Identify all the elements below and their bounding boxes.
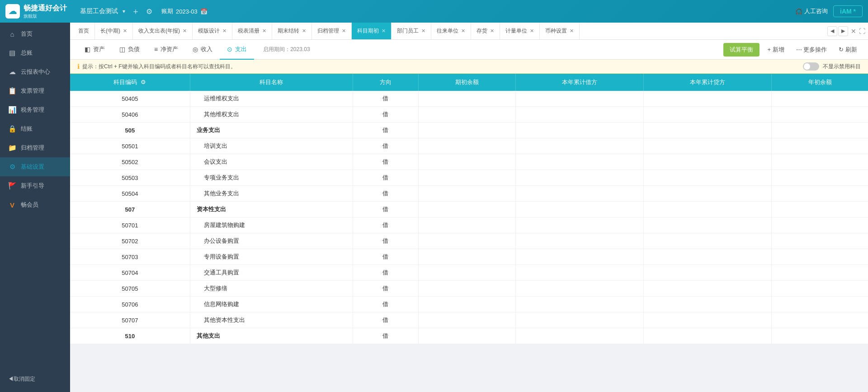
company-dropdown-icon[interactable]: ▾ <box>123 8 125 14</box>
tab-home[interactable]: 首页 <box>73 23 95 40</box>
sidebar-label-guide: 新手引导 <box>21 182 44 190</box>
table-row[interactable]: 50503 专项业务支出 借 <box>70 170 868 186</box>
sidebar-item-member[interactable]: V 畅会员 <box>0 195 70 214</box>
sidebar-item-cloud-report[interactable]: ☁ 云报表中心 <box>0 62 70 81</box>
iam-button[interactable]: iAM * <box>833 5 863 17</box>
tab-bar: 首页 长(中期) ✕ 收入支出表(年报) ✕ 模版设计 ✕ 税表清册 ✕ 期末结… <box>70 23 868 40</box>
sidebar-item-invoice[interactable]: 📋 发票管理 <box>0 81 70 100</box>
sidebar-item-archive[interactable]: 📁 归档管理 <box>0 138 70 157</box>
settings-icon[interactable]: ⚙ <box>146 7 152 16</box>
cell-direction: 借 <box>353 297 419 312</box>
cell-ytd-debit <box>515 297 643 312</box>
tab-inventory[interactable]: 存货 ✕ <box>471 23 500 40</box>
tab-contacts[interactable]: 往来单位 ✕ <box>431 23 471 40</box>
table-row[interactable]: 510 其他支出 借 <box>70 328 868 344</box>
cell-name: 交通工具购置 <box>190 265 353 281</box>
tab-currency[interactable]: 币种设置 ✕ <box>540 23 580 40</box>
tab-close-icon[interactable]: ✕ <box>183 28 187 34</box>
sidebar-item-guide[interactable]: 🚩 新手引导 <box>0 176 70 195</box>
service-button[interactable]: 🎧 人工咨询 <box>795 7 828 15</box>
cell-ytd-debit <box>515 281 643 297</box>
sub-tab-assets[interactable]: ◧ 资产 <box>77 40 112 60</box>
refresh-button[interactable]: ↻ 刷新 <box>835 44 861 56</box>
more-actions-button[interactable]: ⋯ 更多操作 <box>793 44 831 56</box>
tab-close-icon[interactable]: ✕ <box>490 28 494 34</box>
sidebar-label-ledger: 总账 <box>21 49 33 57</box>
table-row[interactable]: 50406 其他维权支出 借 <box>70 107 868 123</box>
tab-period-end[interactable]: 期末结转 ✕ <box>272 23 312 40</box>
cell-code: 507 <box>70 202 190 217</box>
sidebar-item-home[interactable]: ⌂ 首页 <box>0 24 70 43</box>
tab-close-icon[interactable]: ✕ <box>302 28 306 34</box>
tab-template[interactable]: 模版设计 ✕ <box>193 23 232 40</box>
sub-tab-equity[interactable]: ≡ 净资产 <box>147 40 185 60</box>
sub-tab-expenditure[interactable]: ⊙ 支出 <box>220 40 254 60</box>
tab-archive[interactable]: 归档管理 ✕ <box>312 23 352 40</box>
tab-expand[interactable]: ⛶ <box>859 28 865 35</box>
tab-close-icon[interactable]: ✕ <box>461 28 465 34</box>
tab-close-icon[interactable]: ✕ <box>123 28 127 34</box>
sidebar-label-archive: 归档管理 <box>21 144 44 152</box>
cell-name: 大型修缮 <box>190 281 353 297</box>
tab-close-icon[interactable]: ✕ <box>342 28 346 34</box>
cancel-pin-button[interactable]: ◀取消固定 <box>0 371 70 387</box>
table-row[interactable]: 50501 培训支出 借 <box>70 138 868 154</box>
headphone-icon: 🎧 <box>795 8 802 15</box>
cell-ytd-credit <box>644 91 772 107</box>
cell-code: 50701 <box>70 217 190 233</box>
tab-close-all[interactable]: ✕ <box>851 28 856 35</box>
calendar-icon[interactable]: 📅 <box>200 8 208 15</box>
table-row[interactable]: 507 资本性支出 借 <box>70 202 868 217</box>
table-row[interactable]: 50705 大型修缮 借 <box>70 281 868 297</box>
sub-tab-liabilities[interactable]: ◫ 负债 <box>112 40 147 60</box>
refresh-label: ↻ 刷新 <box>839 46 857 54</box>
table-row[interactable]: 50701 房屋建筑物购建 借 <box>70 217 868 233</box>
tab-scroll-left[interactable]: ◀ <box>827 26 837 36</box>
table-row[interactable]: 50703 专用设备购置 借 <box>70 249 868 265</box>
cell-ytd-credit <box>644 138 772 154</box>
cell-name: 信息网络购建 <box>190 297 353 312</box>
cell-ytd-debit <box>515 312 643 328</box>
table-row[interactable]: 50405 运维维权支出 借 <box>70 91 868 107</box>
tab-tax-form[interactable]: 税表清册 ✕ <box>232 23 272 40</box>
col-name: 科目名称 <box>190 74 353 91</box>
tab-unit[interactable]: 计量单位 ✕ <box>500 23 540 40</box>
table-row[interactable]: 50702 办公设备购置 借 <box>70 233 868 249</box>
sidebar-item-settings[interactable]: ⚙ 基础设置 <box>0 157 70 176</box>
tab-report-mid[interactable]: 长(中期) ✕ <box>95 23 133 40</box>
cell-code: 50706 <box>70 297 190 312</box>
tab-close-icon[interactable]: ✕ <box>570 28 574 34</box>
sidebar-item-tax[interactable]: 📊 税务管理 <box>0 100 70 119</box>
tab-income-report[interactable]: 收入支出表(年报) ✕ <box>133 23 193 40</box>
tab-scroll-right[interactable]: ▶ <box>838 26 848 36</box>
table-row[interactable]: 50502 会议支出 借 <box>70 154 868 170</box>
tab-close-icon[interactable]: ✕ <box>222 28 226 34</box>
table-row[interactable]: 50706 信息网络购建 借 <box>70 297 868 312</box>
sub-tab-income[interactable]: ◎ 收入 <box>185 40 220 60</box>
tab-close-icon[interactable]: ✕ <box>382 28 386 34</box>
add-company-button[interactable]: ＋ <box>130 6 142 17</box>
table-row[interactable]: 50504 其他业务支出 借 <box>70 186 868 202</box>
tab-dept-staff[interactable]: 部门员工 ✕ <box>392 23 431 40</box>
col-settings-icon[interactable]: ⚙ <box>141 79 146 85</box>
calc-balance-button[interactable]: 试算平衡 <box>723 43 760 57</box>
tab-subject-init[interactable]: 科目期初 ✕ <box>352 23 392 40</box>
sidebar-item-ledger[interactable]: ▤ 总账 <box>0 43 70 62</box>
liabilities-icon: ◫ <box>119 46 125 53</box>
cell-opening <box>419 265 515 281</box>
hint-text: ℹ 提示：按Ctrl + F键并输入科目编码或者科目名称可以查找科目。 <box>77 63 236 71</box>
table-row[interactable]: 505 业务支出 借 <box>70 123 868 138</box>
disabled-toggle[interactable] <box>803 62 819 71</box>
sidebar-label-close: 结账 <box>21 125 33 133</box>
sidebar-label-tax: 税务管理 <box>21 106 44 114</box>
tab-close-icon[interactable]: ✕ <box>421 28 425 34</box>
tab-close-icon[interactable]: ✕ <box>262 28 266 34</box>
tab-subject-init-label: 科目期初 <box>357 27 379 35</box>
sidebar-item-close[interactable]: 🔒 结账 <box>0 119 70 138</box>
cell-ytd-credit <box>644 265 772 281</box>
table-row[interactable]: 50704 交通工具购置 借 <box>70 265 868 281</box>
tab-currency-label: 币种设置 <box>545 27 567 35</box>
add-button[interactable]: + 新增 <box>764 44 788 56</box>
tab-close-icon[interactable]: ✕ <box>530 28 534 34</box>
table-row[interactable]: 50707 其他资本性支出 借 <box>70 312 868 328</box>
